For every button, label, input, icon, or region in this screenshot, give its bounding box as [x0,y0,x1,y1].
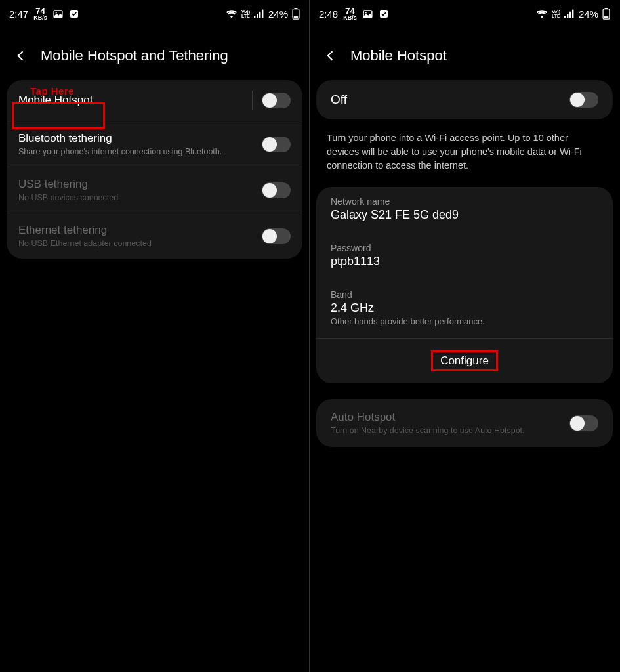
toggle-mobile-hotspot[interactable] [262,93,291,108]
back-icon[interactable] [13,48,29,64]
off-label: Off [331,93,347,107]
volte-icon: Vo))LTE [552,9,560,18]
highlight-box [12,102,105,129]
wifi-icon [536,9,548,18]
data-speed: 74 KB/s [33,7,47,21]
svg-rect-4 [257,14,258,18]
back-icon[interactable] [323,48,339,64]
svg-rect-2 [70,10,78,18]
battery-icon [292,8,300,20]
image-icon [52,9,64,20]
auto-hotspot-sub: Turn on Nearby device scanning to use Au… [331,426,569,435]
auto-hotspot-title: Auto Hotspot [331,411,569,424]
network-card: Network name Galaxy S21 FE 5G ded9 Passw… [316,187,613,383]
status-bar: 2:47 74 KB/s Vo))LTE 24% [0,0,309,28]
svg-rect-6 [262,10,263,18]
band-label: Band [331,289,598,300]
screenshot-right: 2:48 74 KB/s Vo))LTE 24% [310,0,619,672]
hotspot-description: Turn your phone into a Wi-Fi access poin… [310,119,619,187]
band-block[interactable]: Band 2.4 GHz Other bands provide better … [316,280,613,339]
tap-here-annotation: Tap Here [30,85,74,96]
toggle-usb-tethering [262,182,291,198]
volte-icon: Vo))LTE [241,9,250,18]
page-header: Mobile Hotspot [310,28,619,80]
svg-rect-13 [564,16,566,18]
svg-rect-12 [380,10,388,18]
status-time: 2:47 [9,9,28,20]
password-value: ptpb1113 [331,255,598,268]
band-hint: Other bands provide better performance. [331,316,598,326]
password-block[interactable]: Password ptpb1113 [316,234,613,280]
svg-rect-5 [259,12,260,18]
svg-rect-19 [604,16,609,18]
svg-rect-3 [254,16,255,18]
svg-rect-15 [569,12,571,18]
signal-icon [564,9,575,18]
svg-rect-9 [294,16,299,18]
svg-rect-16 [572,10,573,18]
battery-icon [602,8,610,20]
divider [252,91,253,110]
svg-point-11 [365,12,366,13]
checkbox-icon [69,9,79,19]
screenshot-left: 2:47 74 KB/s Vo))LTE 24% [0,0,310,672]
row-hotspot-off[interactable]: Off [316,80,613,119]
hotspot-toggle-card: Off [316,80,613,119]
data-speed: 74 KB/s [343,7,357,21]
image-icon [362,9,373,20]
band-value: 2.4 GHz [331,301,598,315]
battery-percent: 24% [579,9,598,20]
page-title: Mobile Hotspot and Tethering [41,47,228,64]
svg-point-1 [55,12,56,13]
configure-row: Configure [316,339,613,383]
svg-rect-14 [567,14,568,18]
battery-percent: 24% [268,9,288,20]
page-header: Mobile Hotspot and Tethering [0,28,309,80]
toggle-hotspot[interactable] [569,92,598,108]
auto-hotspot-card: Auto Hotspot Turn on Nearby device scann… [316,399,613,447]
signal-icon [254,9,264,18]
wifi-icon [226,9,238,18]
status-bar: 2:48 74 KB/s Vo))LTE 24% [310,0,619,28]
network-name-block[interactable]: Network name Galaxy S21 FE 5G ded9 [316,187,613,234]
page-title: Mobile Hotspot [350,47,447,64]
row-title: Ethernet tethering [18,224,262,237]
row-auto-hotspot[interactable]: Auto Hotspot Turn on Nearby device scann… [316,399,613,447]
row-ethernet-tethering: Ethernet tethering No USB Ethernet adapt… [7,213,302,259]
network-name-label: Network name [331,196,598,207]
checkbox-icon [379,9,389,19]
toggle-auto-hotspot [569,415,598,431]
row-title: Bluetooth tethering [18,132,262,145]
password-label: Password [331,243,598,253]
toggle-bluetooth-tethering[interactable] [262,136,291,152]
row-usb-tethering: USB tethering No USB devices connected [7,167,302,213]
status-time: 2:48 [319,9,338,20]
network-name-value: Galaxy S21 FE 5G ded9 [331,208,598,222]
row-subtitle: No USB Ethernet adapter connected [18,239,262,248]
highlight-box [431,350,498,371]
toggle-ethernet-tethering [262,228,291,244]
row-subtitle: No USB devices connected [18,193,262,202]
row-subtitle: Share your phone's internet connection u… [18,147,262,156]
row-title: USB tethering [18,178,262,191]
